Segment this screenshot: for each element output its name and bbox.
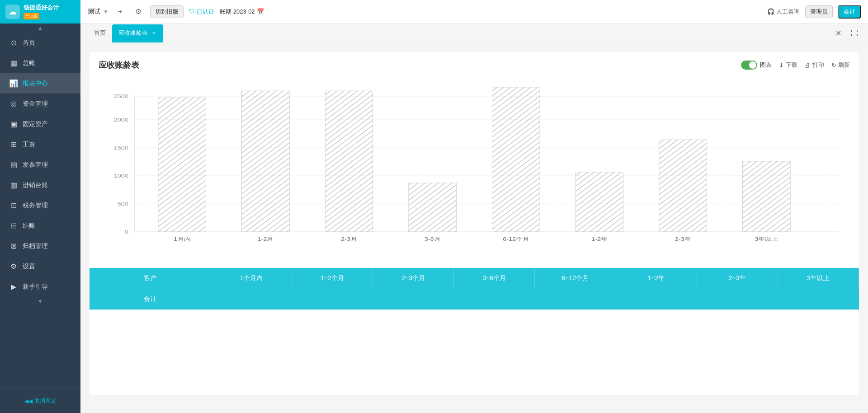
project-selector[interactable]: 测试 ▼ — [88, 8, 108, 16]
sidebar-item-closing[interactable]: ⊟ 结账 — [0, 216, 80, 236]
sidebar-label-funds: 资金管理 — [23, 100, 48, 108]
svg-rect-18 — [325, 91, 373, 232]
sidebar-nav: ▲ ⊙ 首页 ▦ 总账 📊 报表中心 ◎ 资金管理 ▣ 固定资产 ⊞ 工资 ▤ … — [0, 23, 80, 389]
logo-icon: ☁ — [5, 5, 20, 19]
sidebar-label-assets: 固定资产 — [23, 120, 48, 128]
period-label: 账期 — [220, 8, 231, 16]
sidebar-item-wages[interactable]: ⊞ 工资 — [0, 134, 80, 155]
tab-ar-aging[interactable]: 应收账龄表 × — [112, 24, 163, 42]
bar-chart: 0 500 1000 1500 2000 2500 1月内 — [99, 87, 850, 259]
table-header-cell: 2~3年 — [697, 268, 778, 289]
table-header-cell: 3年以上 — [778, 268, 859, 289]
scroll-down-btn[interactable]: ▼ — [0, 297, 80, 306]
svg-text:2000: 2000 — [114, 117, 128, 123]
svg-rect-22 — [492, 87, 540, 232]
report-title: 应收账龄表 — [99, 60, 139, 70]
tab-home-label: 首页 — [94, 29, 106, 37]
archive-icon: ⊠ — [9, 242, 18, 250]
sidebar-label-invoices: 发票管理 — [23, 161, 48, 169]
closing-icon: ⊟ — [9, 221, 18, 230]
svg-rect-28 — [743, 161, 791, 232]
sidebar-label-reports: 报表中心 — [23, 80, 48, 88]
svg-text:3年以上: 3年以上 — [755, 236, 778, 242]
svg-text:2-3月: 2-3月 — [341, 236, 357, 242]
sidebar-item-tax[interactable]: ⊡ 税务管理 — [0, 195, 80, 216]
report-header: 应收账龄表 图表 ⬇ 下载 🖨 打印 ↻ — [90, 52, 859, 78]
refresh-label: 刷新 — [838, 61, 850, 69]
tabbar-actions: ✕ ⛶ — [832, 27, 861, 40]
chart-toggle-switch[interactable] — [741, 61, 757, 70]
sidebar-item-archive[interactable]: ⊠ 归档管理 — [0, 236, 80, 256]
sidebar-item-ledger[interactable]: ▦ 总账 — [0, 53, 80, 73]
purchase-sale-icon: ▥ — [9, 181, 18, 189]
sidebar-item-assets[interactable]: ▣ 固定资产 — [0, 114, 80, 134]
print-btn[interactable]: 🖨 打印 — [805, 61, 824, 69]
refresh-btn[interactable]: ↻ 刷新 — [831, 61, 850, 69]
table-header-cell: 合计 — [90, 289, 211, 310]
sidebar-item-reports[interactable]: 📊 报表中心 — [0, 73, 80, 94]
table-header-cell: 3~6个月 — [454, 268, 535, 289]
table-header-cell: 1~2年 — [616, 268, 697, 289]
sidebar-item-home[interactable]: ⊙ 首页 — [0, 33, 80, 53]
download-icon: ⬇ — [779, 62, 784, 69]
cancel-fixed-label: 取消固定 — [34, 397, 56, 405]
svg-rect-24 — [576, 172, 623, 232]
assets-icon: ▣ — [9, 120, 18, 128]
table-header-cell: 2~3个月 — [373, 268, 454, 289]
sidebar-item-funds[interactable]: ◎ 资金管理 — [0, 94, 80, 114]
svg-text:3-6月: 3-6月 — [425, 236, 441, 242]
topbar-right: 🎧 人工咨询 管理员 会计 — [767, 5, 861, 19]
svg-rect-26 — [659, 140, 707, 232]
scroll-up-btn[interactable]: ▲ — [0, 23, 80, 33]
ledger-icon: ▦ — [9, 59, 18, 67]
calendar-icon[interactable]: 📅 — [257, 8, 264, 15]
invoices-icon: ▤ — [9, 160, 18, 169]
sidebar-label-home: 首页 — [23, 39, 35, 47]
download-label: 下载 — [786, 61, 797, 69]
svg-text:0: 0 — [125, 229, 128, 235]
svg-text:6-12个月: 6-12个月 — [503, 236, 529, 242]
sidebar-label-tax: 税务管理 — [23, 202, 48, 210]
switch-version-btn[interactable]: 切到旧版 — [150, 5, 184, 18]
tab-home[interactable]: 首页 — [88, 24, 112, 42]
add-btn[interactable]: + — [114, 5, 127, 18]
settings-btn[interactable]: ⚙ — [132, 5, 145, 18]
svg-text:500: 500 — [118, 201, 128, 207]
tab-close-window-btn[interactable]: ✕ — [832, 27, 844, 40]
project-chevron-icon: ▼ — [103, 9, 108, 15]
svg-rect-16 — [242, 91, 290, 232]
svg-text:1000: 1000 — [114, 173, 128, 179]
sidebar-item-guide[interactable]: ▶ 新手引导 — [0, 277, 80, 297]
sidebar-label-guide: 新手引导 — [23, 283, 48, 291]
cancel-fixed-btn[interactable]: ◀◀ 取消固定 — [0, 394, 80, 408]
consult-btn[interactable]: 🎧 人工咨询 — [767, 8, 800, 16]
svg-text:1-2月: 1-2月 — [258, 236, 274, 242]
reports-icon: 📊 — [9, 79, 18, 88]
topbar: 测试 ▼ + ⚙ 切到旧版 🛡 已认证 账期 2023-02 📅 🎧 人工咨询 … — [80, 0, 868, 23]
role-btn[interactable]: 会计 — [838, 5, 861, 19]
report-card: 应收账龄表 图表 ⬇ 下载 🖨 打印 ↻ — [90, 52, 859, 395]
table-header-cell: 1~2个月 — [292, 268, 373, 289]
sidebar-item-settings[interactable]: ⚙ 设置 — [0, 256, 80, 277]
svg-text:2-3年: 2-3年 — [675, 236, 691, 242]
sidebar-label-settings: 设置 — [23, 263, 35, 271]
download-btn[interactable]: ⬇ 下载 — [779, 61, 797, 69]
refresh-icon: ↻ — [831, 62, 836, 69]
chart-area: 0 500 1000 1500 2000 2500 1月内 — [90, 78, 859, 268]
period-info: 账期 2023-02 📅 — [220, 8, 264, 16]
tab-expand-btn[interactable]: ⛶ — [848, 27, 861, 40]
chart-toggle-label: 图表 — [760, 61, 772, 69]
admin-btn[interactable]: 管理员 — [805, 5, 833, 18]
tab-close-icon[interactable]: × — [151, 30, 157, 36]
content-area: 应收账龄表 图表 ⬇ 下载 🖨 打印 ↻ — [80, 43, 868, 413]
sidebar-item-invoices[interactable]: ▤ 发票管理 — [0, 155, 80, 175]
certified-label: 已认证 — [197, 8, 214, 16]
sidebar-item-purchase-sale[interactable]: ▥ 进销台账 — [0, 175, 80, 195]
table-header-cell: 客户 — [90, 268, 211, 289]
main-area: 测试 ▼ + ⚙ 切到旧版 🛡 已认证 账期 2023-02 📅 🎧 人工咨询 … — [80, 0, 868, 413]
svg-rect-20 — [409, 183, 457, 232]
consult-label: 人工咨询 — [776, 8, 800, 16]
shield-icon: 🛡 — [189, 8, 195, 15]
svg-text:1500: 1500 — [114, 145, 128, 151]
funds-icon: ◎ — [9, 99, 18, 108]
